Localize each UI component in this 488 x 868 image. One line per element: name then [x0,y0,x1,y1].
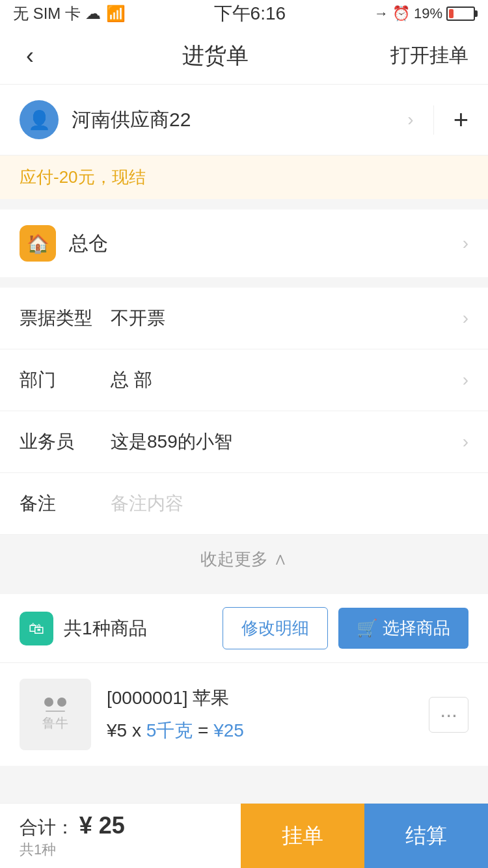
bag-icon: 🛍 [29,619,44,638]
select-product-button[interactable]: 🛒 选择商品 [338,608,468,649]
products-section: 🛍 共1种商品 修改明细 🛒 选择商品 鲁牛 [0,594,488,766]
remark-label: 备注 [20,491,111,516]
supplier-notice: 应付-20元，现结 [0,156,488,199]
supplier-chevron-icon: › [407,109,413,130]
invoice-chevron-icon: › [463,308,468,329]
add-supplier-button[interactable]: + [433,105,468,135]
salesman-label: 业务员 [20,429,111,454]
edit-detail-button[interactable]: 修改明细 [223,607,328,649]
warehouse-chevron-icon: › [463,233,468,254]
supplier-row[interactable]: 👤 河南供应商22 › + [0,85,488,156]
supplier-section: 👤 河南供应商22 › + 应付-20元，现结 [0,85,488,199]
product-price: ¥5 x 5千克 = ¥25 [107,718,429,743]
cart-icon: 🛒 [357,618,377,638]
department-label: 部门 [20,368,111,392]
department-row[interactable]: 部门 总 部 › [0,349,488,411]
department-value: 总 部 [111,368,463,392]
footer: 合计： ¥ 25 共1种 挂单 结算 [0,803,488,868]
products-count: 共1种商品 [64,616,223,641]
invoice-label: 票据类型 [20,306,111,331]
product-name: [0000001] 苹果 [107,686,429,711]
salesman-chevron-icon: › [463,431,468,452]
open-pending-button[interactable]: 打开挂单 [390,42,468,69]
status-time: 下午6:16 [214,1,286,26]
total-label: 合计： [20,817,74,837]
main-content: 👤 河南供应商22 › + 应付-20元，现结 🏠 总仓 › 票据类型 不开票 … [0,85,488,841]
product-info: [0000001] 苹果 ¥5 x 5千克 = ¥25 [107,686,429,743]
status-bar: 无 SIM 卡 ☁ 📶 下午6:16 → ⏰ 19% [0,0,488,27]
status-right: → ⏰ 19% [374,5,475,22]
status-left: 无 SIM 卡 ☁ 📶 [13,3,126,24]
product-more-button[interactable]: ··· [429,697,468,733]
collapse-button[interactable]: 收起更多 ∧ [0,535,488,584]
nav-bar: ‹ 进货单 打开挂单 [0,27,488,85]
form-section: 票据类型 不开票 › 部门 总 部 › 业务员 这是859的小智 › 备注 备注… [0,288,488,535]
warehouse-name: 总仓 [69,230,463,257]
product-item: 鲁牛 [0000001] 苹果 ¥5 x 5千克 = ¥25 ··· [0,663,488,766]
back-button[interactable]: ‹ [20,36,40,76]
product-thumbnail: 鲁牛 [20,679,91,750]
footer-total: 合计： ¥ 25 共1种 [0,812,241,860]
total-amount: ¥ 25 [79,812,125,839]
remark-row[interactable]: 备注 备注内容 [0,473,488,535]
checkout-button[interactable]: 结算 [364,804,488,868]
salesman-value: 这是859的小智 [111,429,463,454]
warehouse-section[interactable]: 🏠 总仓 › [0,210,488,277]
wifi-icon: 📶 [106,5,126,23]
warehouse-icon: 🏠 [20,225,56,262]
battery-percent: 19% [414,5,442,22]
owl-logo: 鲁牛 [42,698,68,732]
location-icon: → [374,5,388,22]
products-icon: 🛍 [20,612,53,645]
alarm-icon: ⏰ [392,5,410,22]
page-title: 进货单 [182,41,249,71]
department-chevron-icon: › [463,370,468,390]
invoice-value: 不开票 [111,306,463,331]
supplier-avatar: 👤 [20,100,59,139]
sim-status: 无 SIM 卡 ☁ [13,3,101,24]
remark-input[interactable]: 备注内容 [111,491,468,516]
suspend-button[interactable]: 挂单 [241,804,364,868]
total-count: 共1种 [20,840,221,860]
footer-total-row: 合计： ¥ 25 [20,812,221,840]
invoice-row[interactable]: 票据类型 不开票 › [0,288,488,349]
products-header: 🛍 共1种商品 修改明细 🛒 选择商品 [0,594,488,663]
supplier-name: 河南供应商22 [72,107,407,133]
battery-icon [446,7,475,21]
avatar-icon: 👤 [28,109,51,131]
salesman-row[interactable]: 业务员 这是859的小智 › [0,411,488,473]
